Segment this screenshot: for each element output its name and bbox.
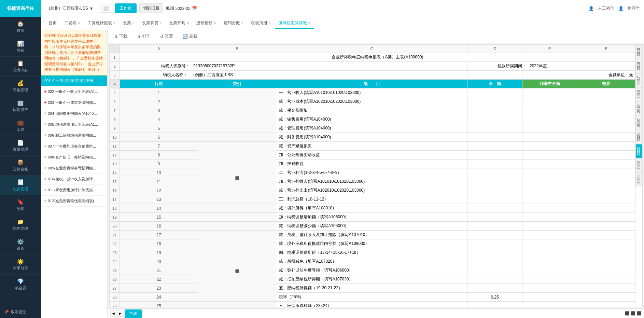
nav-tab-发票[interactable]: 发票× [120,18,138,29]
nav-arrows: ◀ ▶ [110,310,123,317]
menu-item-label: 006-职工薪酬纳税调整明细... [48,133,96,138]
workbench-button[interactable]: 工作台 [115,3,137,13]
menu-item-001[interactable]: 001-企业所得税年度纳税申报... [41,75,107,86]
sidebar-item-税务管理[interactable]: 🧾税务管理 [0,176,41,195]
tab-close[interactable]: × [214,21,216,25]
amount-cell [467,177,522,186]
tab-label: 发票 [123,20,131,26]
menu-item-012[interactable]: 012-减免所得税优惠明细表(... [41,196,107,207]
year-tab-2019[interactable]: 2019 [636,45,642,59]
sidebar-label: 设置 [17,246,24,251]
menu-item-010[interactable]: 010-免税、减计收入及加计... [41,174,107,185]
tab-label: 进销稽核 [196,20,213,26]
profit-cell [522,168,577,177]
menu-item-006[interactable]: 006-职工薪酬纳税调整明细... [41,130,107,141]
tab-close[interactable]: × [308,21,310,25]
year-tab-2022[interactable]: 2022 [636,144,642,158]
nav-tab-首页[interactable]: 首页 [45,18,60,29]
chevron-down-icon: ▼ [89,6,94,11]
nav-tab-发票算费[interactable]: 发票算费× [139,18,165,29]
menu-item-011[interactable]: 011-研发费用加计扣除优惠... [41,185,107,196]
nav-tab-进销台账[interactable]: 进销台账× [220,18,247,29]
line-num-cell: 17 [120,231,198,239]
sidebar-item-总账[interactable]: 📊总账 [0,37,41,57]
copy-icon-button[interactable]: ⬜ [100,4,112,13]
bottom-tabs: ◀ ▶ 主表 ⬛ ⬛ ⬛ [108,308,644,318]
item-cell: 三、利润总额（10-11-12） [276,195,467,204]
item-cell: 减：纳税调整减少额（填写A105000） [276,222,467,231]
year-tab-2016[interactable]: 2016 [636,59,642,73]
sidebar-item-归档管理[interactable]: 📁归档管理 [0,215,41,235]
period-display: 账期 2023-02 📅 [166,5,197,11]
ai-consult-label[interactable]: 人工咨询 [598,5,614,11]
year-tab-2019[interactable]: 2019 [636,101,642,115]
nav-tab-进销稽核[interactable]: 进销稽核× [193,18,220,29]
sidebar-item-结账[interactable]: 🔖结账 [0,195,41,215]
reset-icon: ↺ [160,34,164,39]
tab-close[interactable]: × [241,21,243,25]
refresh-button[interactable]: 🔄 刷新 [180,32,200,41]
tab-close[interactable]: × [78,21,80,25]
tab-close[interactable]: × [113,21,115,25]
sidebar-item-报表中心[interactable]: 📋报表中心 [0,57,41,77]
year-tab-2018[interactable]: 2018 [636,87,642,101]
sidebar-item-资金管理[interactable]: 💰资金管理 [0,77,41,96]
sidebar-item-首页[interactable]: 🏠首页 [0,17,41,37]
year-tab-2017[interactable]: 2017 [636,73,642,87]
menu-item-005[interactable]: 005-纳税调整项目明细表(A1... [41,119,107,130]
cutdate-button[interactable]: 切到旧版 [139,3,163,13]
sidebar-item-新手引导[interactable]: 🌟新手引导 [0,255,41,275]
nav-tab-所得税汇算清缴[interactable]: 所得税汇算清缴× [275,18,314,29]
line-num-cell: 1 [120,88,198,97]
nav-tab-税表清册[interactable]: 税表清册× [248,18,274,29]
menu-item-007[interactable]: 007-广告费和业务宣传费跨... [41,141,107,152]
reset-button[interactable]: ↺ 重置 [157,32,176,41]
year-tab-2021[interactable]: 2021 [636,130,642,144]
year-tab-2023[interactable]: 2023 [636,158,642,172]
data-table: A B C D E F 1 企业所得税年度纳税申报表（A类）主表(A100000… [109,45,635,307]
amount-cell [467,257,522,266]
profit-cell [522,257,577,266]
nav-tab-工资表[interactable]: 工资表× [61,18,83,29]
tab-close[interactable]: × [132,21,135,25]
company-selector[interactable]: (勿删）江西服宝-LSS ▼ [45,4,97,13]
tab-close[interactable]: × [187,21,189,25]
nav-left-button[interactable]: ◀ [110,310,116,317]
menu-item-002[interactable]: 002-一般企业收入明细表(A1... [41,86,107,97]
year-tab-2024[interactable]: 2024 [636,172,642,186]
print-button[interactable]: 🖨 打印 [134,32,153,41]
menu-item-label: 009-企业所得税补亏损明细... [48,166,96,171]
sidebar-icon: 📊 [17,40,24,47]
nav-tab-工资统计报表[interactable]: 工资统计报表× [84,18,119,29]
sidebar-item-发票管理[interactable]: 📄发票管理 [0,136,41,156]
year-tab-2020[interactable]: 2020 [636,115,642,129]
profit-cell [522,177,577,186]
user-avatar: 👤 [618,6,624,11]
sidebar-item-工资[interactable]: 💼工资 [0,116,41,136]
profit-cell [522,142,577,151]
menu-item-008[interactable]: 008-资产折旧、摊销及纳税... [41,152,107,163]
col-C: C [276,45,467,53]
tab-close[interactable]: × [160,21,162,25]
sidebar-item-固定资产[interactable]: 🏢固定资产 [0,96,41,116]
unpin-button[interactable]: 📌 取消固定 [0,306,41,318]
nav-right-button[interactable]: ▶ [117,310,123,317]
row-num-cell: 25 [110,266,120,275]
profit-cell [522,222,577,231]
sidebar-label: 工资 [17,127,24,132]
sidebar-icon: 🧾 [17,179,24,185]
download-button[interactable]: ⬇ 下载 [112,32,130,41]
sidebar-item-进销台账[interactable]: 📦进销台账 [0,156,41,176]
status-bullet [44,123,46,125]
sidebar-item-畅会员[interactable]: 💎畅会员 [0,275,41,294]
menu-item-004[interactable]: 004-期间费用明细表(A1040... [41,108,107,119]
menu-item-003[interactable]: 003-一般企业成本支出明细... [41,97,107,108]
tab-close[interactable]: × [269,21,271,25]
nav-tab-发票开具[interactable]: 发票开具× [166,18,192,29]
col-header-xiangmu: 项 目 [276,80,467,88]
bottom-tab-主表[interactable]: 主表 [125,309,142,318]
sidebar-item-设置[interactable]: ⚙️设置 [0,235,41,255]
menu-item-009[interactable]: 009-企业所得税补亏损明细... [41,163,107,174]
row-num-cell: 11 [110,142,120,151]
item-cell: 税率（25%） [276,293,467,302]
